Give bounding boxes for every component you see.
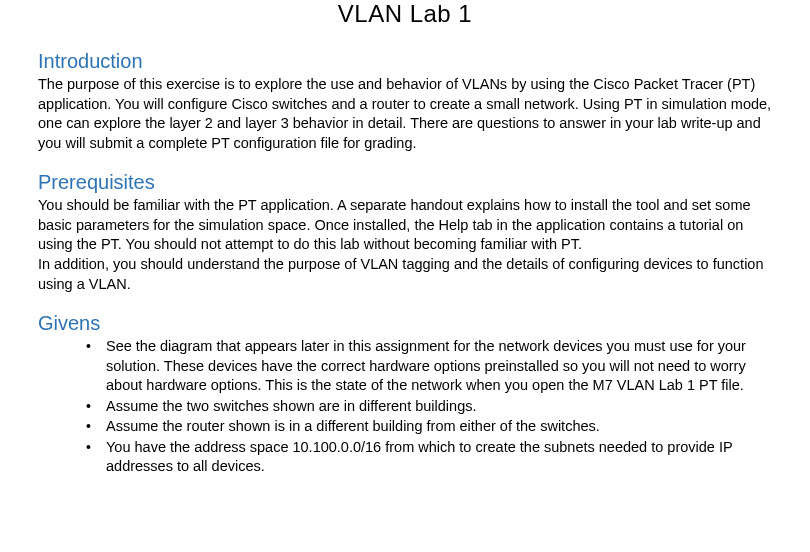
list-item: You have the address space 10.100.0.0/16… bbox=[86, 438, 772, 477]
list-item: Assume the two switches shown are in dif… bbox=[86, 397, 772, 417]
introduction-heading: Introduction bbox=[38, 50, 772, 73]
givens-heading: Givens bbox=[38, 312, 772, 335]
prerequisites-heading: Prerequisites bbox=[38, 171, 772, 194]
list-item: See the diagram that appears later in th… bbox=[86, 337, 772, 396]
prerequisites-text-1: You should be familiar with the PT appli… bbox=[38, 196, 772, 255]
page-title: VLAN Lab 1 bbox=[38, 0, 772, 28]
introduction-text: The purpose of this exercise is to explo… bbox=[38, 75, 772, 153]
prerequisites-text-2: In addition, you should understand the p… bbox=[38, 255, 772, 294]
givens-list: See the diagram that appears later in th… bbox=[38, 337, 772, 477]
list-item: Assume the router shown is in a differen… bbox=[86, 417, 772, 437]
